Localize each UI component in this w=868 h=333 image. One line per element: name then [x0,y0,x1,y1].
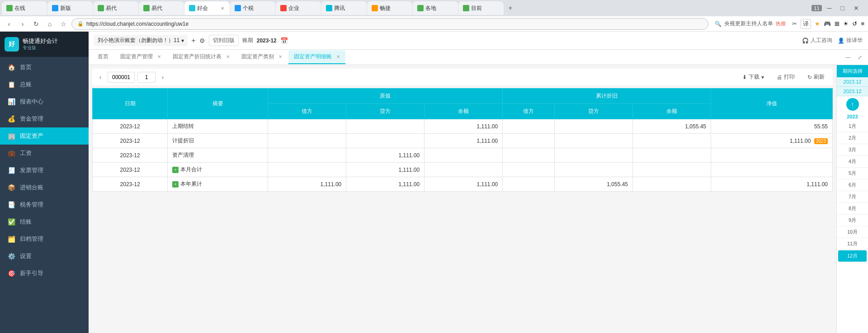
sidebar-item-reports[interactable]: 📊 报表中心 [0,93,89,110]
add-company-button[interactable]: + [191,37,195,45]
content-area: ‹ › ⬇ 下载 ▾ 🖨 打印 [89,65,868,333]
period-month-9[interactable]: 9月 [837,215,868,226]
star-tool[interactable]: ★ [815,20,820,27]
cell-orig-debit-2 [268,148,346,163]
help-button[interactable]: 🎧 人工咨询 [802,37,832,44]
sidebar-item-tax[interactable]: 📑 税务管理 [0,196,89,213]
browser-tab-3[interactable]: 易代 [93,1,138,15]
period-month-12[interactable]: 12月 [838,250,867,262]
undo-tool[interactable]: ↺ [852,20,857,27]
period-month-8[interactable]: 8月 [837,203,868,215]
maximize-button[interactable]: □ [837,3,848,14]
cell-orig-debit-0 [268,119,346,134]
tab-count-badge: 11 [811,5,821,11]
version-switch-button[interactable]: 切到旧版 [209,35,239,46]
browser-tab-6[interactable]: 个税 [230,1,275,15]
browser-tab-2[interactable]: 新版 [47,1,93,15]
bookmark-button[interactable]: ☆ [58,19,69,29]
home-nav-button[interactable]: ⌂ [44,19,55,29]
period-panel: 期间选择 2023.12 2023.12 ↑ 2023 1月 2月 3月 4月 … [836,65,868,333]
cell-dep-debit-1 [503,134,555,148]
browser-tab-7[interactable]: 企业 [276,1,321,15]
period-month-4[interactable]: 4月 [837,156,868,168]
period-month-3[interactable]: 3月 [837,144,868,156]
brightness-tool[interactable]: ☀ [843,20,849,27]
period-scroll-up-button[interactable]: ↑ [846,98,859,111]
tab-close-asset-detail[interactable]: ✕ [336,54,340,59]
cell-orig-credit-0 [346,119,425,134]
new-tab-button[interactable]: + [504,2,517,14]
print-button[interactable]: 🖨 打印 [772,71,799,83]
prev-page-button[interactable]: ‹ [96,73,105,82]
tab-favicon-3 [98,5,104,11]
summary-icon-4: + [172,181,179,188]
tab-fixed-assets-mgmt[interactable]: 固定资产管理 ✕ [115,50,166,64]
tab-close-depreciation-stat[interactable]: ✕ [226,54,230,59]
sidebar-item-settings[interactable]: ⚙️ 设置 [0,248,89,265]
url-bar[interactable]: 🔒 https://cloud.chanjet.com/accounting/u… [71,18,708,30]
menu-tool[interactable]: ≡ [861,20,864,27]
page-code-input[interactable] [108,72,135,83]
minimize-button[interactable]: ─ [824,3,835,14]
period-month-2[interactable]: 2月 [837,132,868,144]
tab-asset-category[interactable]: 固定资产类别 ✕ [236,50,288,64]
company-name: 刘小艳演示账套（勿删勿动！）11 [98,37,179,44]
next-page-button[interactable]: › [158,73,167,82]
browser-tab-8[interactable]: 腾讯 [321,1,367,15]
sidebar-label-archive: 归档管理 [20,235,43,243]
period-month-7[interactable]: 7月 [837,191,868,203]
sidebar-item-payroll[interactable]: 💼 工资 [0,145,89,162]
browser-tab-11[interactable]: 目前 [458,1,504,15]
sidebar-item-invoice[interactable]: 🧾 发票管理 [0,162,89,179]
tab-depreciation-stat-label: 固定资产折旧统计表 [173,53,222,61]
panel-maximize-button[interactable]: ⤢ [855,53,864,62]
download-button[interactable]: ⬇ 下载 ▾ [738,71,769,83]
user-button[interactable]: 👤 徐译华 [838,37,863,44]
checkout-icon: ✅ [7,218,15,226]
period-month-1[interactable]: 1月 [837,121,868,132]
sidebar-item-purchase-sales[interactable]: 📦 进销台账 [0,179,89,196]
reload-button[interactable]: ↻ [31,19,42,29]
tab-asset-detail[interactable]: 固定资产明细账 ✕ [288,50,345,64]
close-button[interactable]: ✕ [850,3,863,14]
panel-minimize-button[interactable]: — [844,53,853,62]
period-month-10[interactable]: 10月 [837,226,868,238]
tab-home[interactable]: 首页 [92,50,114,64]
browser-tab-9[interactable]: 畅捷 [367,1,412,15]
period-month-11[interactable]: 11月 [837,238,868,250]
sidebar-item-ledger[interactable]: 📋 总账 [0,76,89,93]
period-month-5[interactable]: 5月 [837,168,868,179]
back-button[interactable]: ‹ [4,19,14,29]
translate-tool[interactable]: 译 [801,19,811,29]
table-row: 2023-12 计提折旧 1,111.00 1,111.00 [93,134,833,148]
hot-search-label: 热搜 [776,20,786,27]
sidebar-label-home: 首页 [20,63,32,71]
tab-close-5[interactable]: ✕ [220,5,225,12]
tab-favicon-5 [189,5,195,11]
forward-button[interactable]: › [17,19,28,29]
browser-tab-4[interactable]: 易代 [139,1,184,15]
page-number-input[interactable] [137,72,156,83]
sidebar-item-funds[interactable]: 💰 资金管理 [0,110,89,127]
sidebar-item-archive[interactable]: 🗂️ 归档管理 [0,230,89,248]
settings-cog-button[interactable]: ⚙ [199,37,205,44]
refresh-button[interactable]: ↻ 刷新 [803,71,829,83]
grid-tool[interactable]: ⊞ [835,20,840,27]
cell-dep-credit-1 [555,134,633,148]
game-tool[interactable]: 🎮 [824,20,831,27]
scissors-tool[interactable]: ✂ [792,20,797,27]
company-selector[interactable]: 刘小艳演示账套（勿删勿动！）11 ▾ [94,35,188,46]
sidebar-item-home[interactable]: 🏠 首页 [0,59,89,76]
period-month-6[interactable]: 6月 [837,179,868,191]
sidebar-item-checkout[interactable]: ✅ 结账 [0,213,89,230]
tab-close-fixed-assets-mgmt[interactable]: ✕ [157,54,161,59]
sidebar-item-guide[interactable]: 🎯 新手引导 [0,265,89,282]
browser-tab-10[interactable]: 各地 [413,1,458,15]
search-bar[interactable]: 🔍 央视更新主持人名单 热搜 [715,20,786,28]
browser-tab-1[interactable]: 在线 [2,1,47,15]
sidebar-item-fixed-assets[interactable]: 🏢 固定资产 [0,127,89,145]
browser-tab-5[interactable]: 好会 ✕ [184,1,230,15]
tab-close-asset-category[interactable]: ✕ [278,54,282,59]
tab-depreciation-stat[interactable]: 固定资产折旧统计表 ✕ [167,50,235,64]
calendar-icon[interactable]: 📅 [280,37,288,44]
